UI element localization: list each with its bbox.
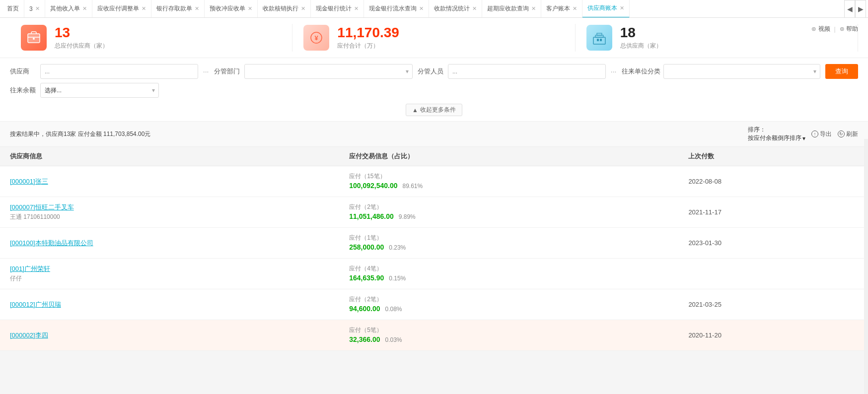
- svg-rect-9: [597, 39, 599, 41]
- tx-row: 100,092,540.00 89.61%: [349, 181, 688, 191]
- tx-pct: 9.89%: [399, 213, 416, 220]
- payable-suppliers-count: 13: [55, 25, 108, 41]
- export-button[interactable]: ↑ 导出: [811, 130, 832, 138]
- nav-tab-supplier-book[interactable]: 供应商账本 ✕: [582, 0, 630, 18]
- close-icon[interactable]: ✕: [419, 5, 424, 12]
- filter-row-2: 往来余额 选择...: [10, 83, 858, 98]
- tx-amount: 258,000.00: [349, 243, 384, 251]
- svg-rect-8: [597, 33, 602, 35]
- last-pay-cell: 2022-08-08: [688, 178, 858, 185]
- nav-next-arrow[interactable]: ▶: [855, 0, 866, 18]
- data-table: 供应商信息 应付交易信息（占比） 上次付数 [000001]张三 应付（15笔）…: [0, 147, 868, 351]
- filter-bar: 供应商 ··· 分管部门 分管人员 ··· 往来单位分类 查询 往来余额: [0, 58, 868, 122]
- supplier-label: 供应商: [10, 67, 37, 76]
- tx-amount: 100,092,540.00: [349, 182, 397, 190]
- person-ellipsis-icon[interactable]: ···: [611, 67, 617, 75]
- nav-tab-bank[interactable]: 银行存取款单 ✕: [151, 0, 205, 18]
- nav-tab-cash-flow[interactable]: 现金银行流水查询 ✕: [364, 0, 429, 18]
- tx-cell: 应付（2笔） 11,051,486.00 9.89%: [349, 203, 688, 221]
- nav-tab-prepay[interactable]: 预收冲应收单 ✕: [205, 0, 258, 18]
- search-button[interactable]: 查询: [825, 64, 858, 79]
- payable-suppliers-label: 总应付供应商（家）: [55, 42, 108, 50]
- tx-row: 94,600.00 0.08%: [349, 304, 688, 314]
- nav-tab-adjustment[interactable]: 应收应付调整单 ✕: [92, 0, 151, 18]
- close-icon[interactable]: ✕: [82, 5, 87, 12]
- supplier-link[interactable]: [000100]本特勤油品有限公司: [10, 239, 349, 248]
- dept-label: 分管部门: [214, 67, 241, 76]
- nav-tab-cash-stats[interactable]: 现金银行统计 ✕: [311, 0, 364, 18]
- supplier-ellipsis-icon[interactable]: ···: [203, 67, 209, 75]
- nav-arrows: ◀ ▶: [844, 0, 866, 18]
- supplier-link[interactable]: [000001]张三: [10, 177, 349, 186]
- nav-tab-overdue[interactable]: 超期应收款查询 ✕: [482, 0, 541, 18]
- close-icon[interactable]: ✕: [620, 5, 624, 11]
- table-row: [000012]广州贝瑞 应付（2笔） 94,600.00 0.08% 2021…: [0, 289, 868, 320]
- tx-label: 应付（1笔）: [349, 234, 688, 242]
- close-icon[interactable]: ✕: [531, 5, 536, 12]
- nav-tab-3[interactable]: 3 ✕: [24, 0, 45, 18]
- last-pay-cell: 2021-03-25: [688, 301, 858, 308]
- result-bar: 搜索结果中，供应商13家 应付金额 111,703,854.00元 排序： 按应…: [0, 122, 868, 147]
- tx-cell: 应付（2笔） 94,600.00 0.08%: [349, 295, 688, 314]
- close-icon[interactable]: ✕: [35, 5, 40, 12]
- close-icon[interactable]: ✕: [573, 5, 577, 12]
- export-icon: ↑: [811, 131, 818, 137]
- filter-person: 分管人员 ···: [418, 64, 617, 79]
- nav-tab-home[interactable]: 首页: [2, 0, 24, 18]
- supplier-cell: [000001]张三: [10, 177, 349, 186]
- close-icon[interactable]: ✕: [142, 5, 146, 12]
- svg-rect-6: [593, 37, 605, 44]
- stats-bar: 13 总应付供应商（家） ¥ 11,170.39 应付合计（万）: [0, 18, 868, 58]
- balance-label: 往来余额: [10, 86, 37, 95]
- tx-pct: 0.15%: [389, 275, 406, 282]
- video-link[interactable]: ⊙ 视频: [811, 25, 830, 33]
- nav-tab-collection[interactable]: 收款核销执行 ✕: [258, 0, 311, 18]
- sort-label: 排序： 按应付余额倒序排序 ▾: [748, 126, 805, 142]
- tx-pct: 89.61%: [403, 183, 423, 190]
- supplier-link[interactable]: [000002]李四: [10, 331, 349, 340]
- supplier-link[interactable]: [000012]广州贝瑞: [10, 300, 349, 309]
- refresh-button[interactable]: ↻ 刷新: [838, 130, 858, 138]
- tx-cell: 应付（5笔） 32,366.00 0.03%: [349, 326, 688, 344]
- close-icon[interactable]: ✕: [472, 5, 477, 12]
- close-icon[interactable]: ✕: [195, 5, 199, 12]
- col-header-supplier: 供应商信息: [10, 152, 349, 161]
- close-icon[interactable]: ✕: [354, 5, 359, 12]
- supplier-link[interactable]: [000007]恒旺二手叉车: [10, 203, 349, 212]
- collapse-button[interactable]: ▲ 收起更多条件: [406, 104, 462, 116]
- person-label: 分管人员: [418, 67, 445, 76]
- supplier-input[interactable]: [40, 64, 198, 79]
- top-navigation: 首页 3 ✕ 其他收入单 ✕ 应收应付调整单 ✕ 银行存取款单 ✕ 预收冲应收单…: [0, 0, 868, 18]
- supplier-link[interactable]: [001]广州荣轩: [10, 264, 349, 273]
- table-body: [000001]张三 应付（15笔） 100,092,540.00 89.61%…: [0, 166, 868, 351]
- tx-pct: 0.03%: [385, 336, 402, 343]
- result-actions: 排序： 按应付余额倒序排序 ▾ ↑ 导出 ↻ 刷新: [748, 126, 858, 142]
- close-icon[interactable]: ✕: [301, 5, 305, 12]
- help-link[interactable]: ⊙ 帮助: [840, 25, 858, 33]
- tx-row: 164,635.90 0.15%: [349, 273, 688, 283]
- nav-tab-collection-stats[interactable]: 收款情况统计 ✕: [429, 0, 482, 18]
- nav-prev-arrow[interactable]: ◀: [844, 0, 855, 18]
- nav-tab-other-income[interactable]: 其他收入单 ✕: [45, 0, 92, 18]
- chevron-down-icon: ▾: [802, 135, 805, 142]
- tx-amount: 94,600.00: [349, 305, 380, 313]
- table-row: [000100]本特勤油品有限公司 应付（1笔） 258,000.00 0.23…: [0, 228, 868, 259]
- collapse-label: 收起更多条件: [420, 106, 456, 114]
- tx-row: 11,051,486.00 9.89%: [349, 211, 688, 221]
- dept-select[interactable]: [244, 64, 413, 79]
- tx-cell: 应付（15笔） 100,092,540.00 89.61%: [349, 172, 688, 191]
- close-icon[interactable]: ✕: [248, 5, 252, 12]
- supplier-cell: [000100]本特勤油品有限公司: [10, 239, 349, 248]
- balance-select[interactable]: 选择...: [40, 83, 159, 98]
- nav-tab-customer-book[interactable]: 客户账本 ✕: [541, 0, 582, 18]
- payable-amount-label: 应付合计（万）: [337, 42, 399, 50]
- sort-button[interactable]: 按应付余额倒序排序 ▾: [748, 134, 805, 142]
- person-input[interactable]: [448, 64, 606, 79]
- scrollbar[interactable]: [864, 139, 868, 351]
- refresh-icon: ↻: [838, 131, 845, 137]
- total-suppliers-label: 总供应商（家）: [620, 42, 662, 50]
- collapse-row: ▲ 收起更多条件: [10, 102, 858, 117]
- table-row: [000001]张三 应付（15笔） 100,092,540.00 89.61%…: [0, 166, 868, 197]
- category-select[interactable]: [663, 64, 821, 79]
- svg-text:¥: ¥: [315, 34, 319, 42]
